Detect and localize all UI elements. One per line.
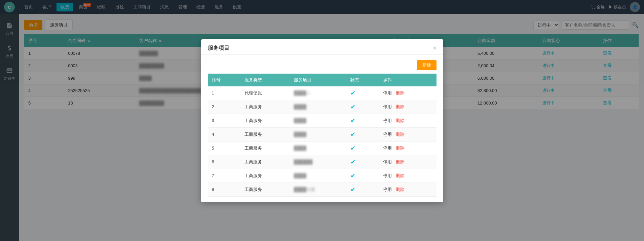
stop-button[interactable]: 停用 — [383, 159, 392, 164]
modal-cell-seq: 1 — [208, 86, 240, 100]
modal-cell-item: ████ — [290, 114, 346, 127]
delete-button[interactable]: 删除 — [396, 104, 405, 109]
modal-cell-item: ██████ — [290, 155, 346, 169]
delete-button[interactable]: 删除 — [396, 132, 405, 137]
delete-button[interactable]: 删除 — [396, 90, 405, 95]
modal-cell-action[interactable]: 停用 删除 — [379, 141, 436, 155]
modal-cell-seq: 6 — [208, 155, 240, 169]
modal-cell-seq: 8 — [208, 183, 240, 196]
modal-cell-action[interactable]: 停用 删除 — [379, 86, 436, 100]
modal-cell-type: 工商服务 — [240, 169, 290, 183]
modal-header: 服务项目 × — [201, 39, 443, 55]
modal-col-item: 服务项目 — [290, 74, 346, 86]
modal-overlay[interactable]: 服务项目 × 新建 序号 服务类型 服务项目 状态 操作 1 — [0, 0, 644, 241]
modal-cell-item: ████ — [290, 169, 346, 183]
stop-button[interactable]: 停用 — [383, 146, 392, 151]
modal-cell-status: ✔ — [346, 100, 379, 114]
modal-cell-status: ✔ — [346, 127, 379, 141]
stop-button[interactable]: 停用 — [383, 118, 392, 123]
delete-button[interactable]: 删除 — [396, 146, 405, 151]
modal-cell-item: ████ — [290, 100, 346, 114]
modal-cell-type: 工商服务 — [240, 155, 290, 169]
modal-col-seq: 序号 — [208, 74, 240, 86]
modal-col-action: 操作 — [379, 74, 436, 86]
modal-table-row: 6 工商服务 ██████ ✔ 停用 删除 — [208, 155, 437, 169]
modal-cell-item: ████注册 — [290, 183, 346, 196]
modal-table-row: 7 工商服务 ████ ✔ 停用 删除 — [208, 169, 437, 183]
stop-button[interactable]: 停用 — [383, 90, 392, 95]
stop-button[interactable]: 停用 — [383, 187, 392, 192]
modal-cell-action[interactable]: 停用 删除 — [379, 127, 436, 141]
modal-toolbar: 新建 — [208, 60, 437, 70]
modal-cell-seq: 2 — [208, 100, 240, 114]
modal-cell-type: 代理记账 — [240, 86, 290, 100]
modal-cell-seq: 4 — [208, 127, 240, 141]
modal-cell-item: ████ — [290, 141, 346, 155]
modal-cell-type: 工商服务 — [240, 183, 290, 196]
modal-cell-status: ✔ — [346, 183, 379, 196]
modal-cell-status: ✔ — [346, 86, 379, 100]
modal-cell-seq: 3 — [208, 114, 240, 127]
modal-close-button[interactable]: × — [433, 45, 437, 51]
modal-table-row: 5 工商服务 ████ ✔ 停用 删除 — [208, 141, 437, 155]
modal-col-status: 状态 — [346, 74, 379, 86]
delete-button[interactable]: 删除 — [396, 159, 405, 164]
modal-cell-type: 工商服务 — [240, 114, 290, 127]
service-items-modal: 服务项目 × 新建 序号 服务类型 服务项目 状态 操作 1 — [201, 39, 443, 202]
stop-button[interactable]: 停用 — [383, 132, 392, 137]
modal-cell-action[interactable]: 停用 删除 — [379, 155, 436, 169]
delete-button[interactable]: 删除 — [396, 118, 405, 123]
modal-col-type: 服务类型 — [240, 74, 290, 86]
stop-button[interactable]: 停用 — [383, 173, 392, 178]
modal-cell-item: ████ 1 — [290, 86, 346, 100]
modal-cell-action[interactable]: 停用 删除 — [379, 169, 436, 183]
modal-cell-status: ✔ — [346, 155, 379, 169]
modal-body: 新建 序号 服务类型 服务项目 状态 操作 1 代理记账 ████ 1 ✔ — [201, 55, 443, 202]
modal-table-row: 4 工商服务 ████ ✔ 停用 删除 — [208, 127, 437, 141]
modal-cell-seq: 7 — [208, 169, 240, 183]
modal-cell-status: ✔ — [346, 169, 379, 183]
service-items-table: 序号 服务类型 服务项目 状态 操作 1 代理记账 ████ 1 ✔ 停用 删除… — [208, 74, 437, 197]
modal-cell-action[interactable]: 停用 删除 — [379, 183, 436, 196]
modal-cell-type: 工商服务 — [240, 141, 290, 155]
modal-table-row: 1 代理记账 ████ 1 ✔ 停用 删除 — [208, 86, 437, 100]
modal-cell-type: 工商服务 — [240, 100, 290, 114]
stop-button[interactable]: 停用 — [383, 104, 392, 109]
modal-table-row: 8 工商服务 ████注册 ✔ 停用 删除 — [208, 183, 437, 196]
modal-cell-item: ████ — [290, 127, 346, 141]
modal-cell-action[interactable]: 停用 删除 — [379, 100, 436, 114]
modal-cell-action[interactable]: 停用 删除 — [379, 114, 436, 127]
modal-title: 服务项目 — [208, 45, 229, 52]
modal-table-row: 2 工商服务 ████ ✔ 停用 删除 — [208, 100, 437, 114]
modal-cell-status: ✔ — [346, 141, 379, 155]
modal-new-button[interactable]: 新建 — [417, 60, 437, 70]
modal-table-row: 3 工商服务 ████ ✔ 停用 删除 — [208, 114, 437, 127]
modal-cell-seq: 5 — [208, 141, 240, 155]
modal-cell-type: 工商服务 — [240, 127, 290, 141]
delete-button[interactable]: 删除 — [396, 187, 405, 192]
modal-cell-status: ✔ — [346, 114, 379, 127]
delete-button[interactable]: 删除 — [396, 173, 405, 178]
